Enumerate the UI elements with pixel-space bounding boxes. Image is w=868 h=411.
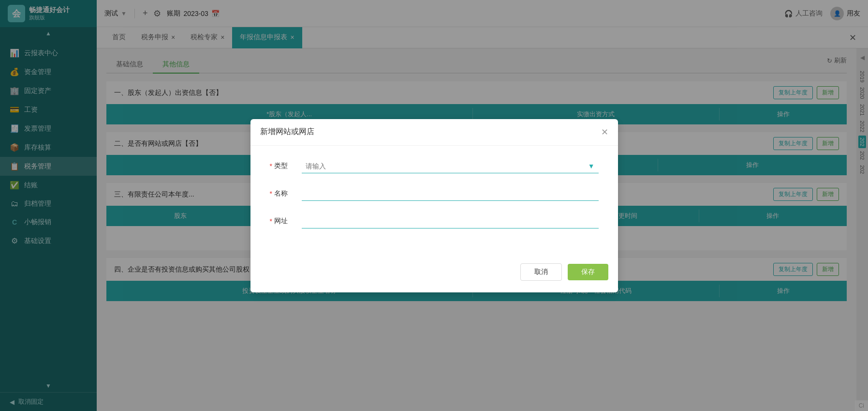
modal-close-btn[interactable]: ✕: [601, 127, 608, 137]
modal-overlay: 新增网站或网店 ✕ * 类型 ▼ * 名称: [0, 0, 868, 411]
modal-title: 新增网站或网店: [260, 127, 314, 137]
select-dropdown-icon: ▼: [588, 162, 595, 170]
name-label-text: 名称: [274, 189, 288, 198]
modal-body: * 类型 ▼ * 名称 * 网址: [250, 146, 618, 256]
form-row-name: * 名称: [270, 187, 599, 201]
modal-header: 新增网站或网店 ✕: [250, 119, 618, 146]
modal-footer: 取消 保存: [250, 256, 618, 292]
url-required-mark: *: [270, 217, 272, 225]
url-input[interactable]: [302, 214, 599, 228]
url-label: * 网址: [270, 217, 294, 226]
name-input[interactable]: [302, 187, 599, 201]
save-button[interactable]: 保存: [568, 264, 608, 280]
type-required-mark: *: [270, 162, 272, 170]
type-select-wrapper: ▼: [302, 159, 599, 173]
form-row-url: * 网址: [270, 214, 599, 228]
form-row-type: * 类型 ▼: [270, 159, 599, 173]
type-label-text: 类型: [274, 162, 288, 170]
cancel-button[interactable]: 取消: [520, 263, 562, 281]
name-label: * 名称: [270, 189, 294, 198]
url-label-text: 网址: [274, 217, 288, 226]
type-label: * 类型: [270, 162, 294, 170]
type-input[interactable]: [302, 159, 599, 173]
modal-add-website: 新增网站或网店 ✕ * 类型 ▼ * 名称: [250, 119, 618, 292]
name-required-mark: *: [270, 190, 272, 198]
